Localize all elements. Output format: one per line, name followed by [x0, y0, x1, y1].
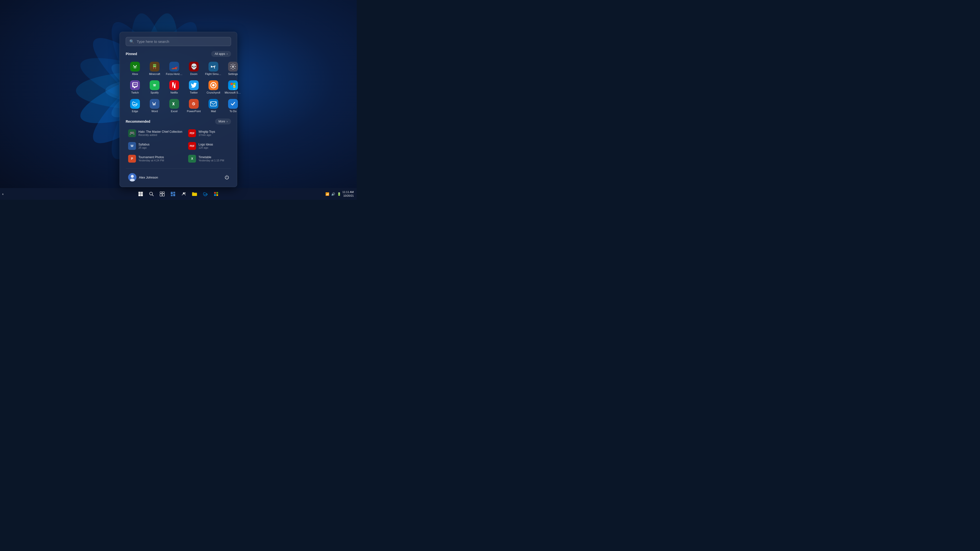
- app-icon-microsoft-store: [228, 80, 238, 90]
- app-icon-forza: 🏎️: [169, 62, 179, 71]
- pinned-app-microsoft-store[interactable]: Microsoft Store: [224, 78, 242, 96]
- recommended-section: Recommended More › 🎮 Halo: The Master Ch…: [126, 119, 231, 165]
- pinned-app-powerpoint[interactable]: PowerPoint: [185, 97, 203, 114]
- rec-info-tournament-photos: Tournament Photos Yesterday at 4:24 PM: [138, 156, 182, 162]
- app-icon-minecraft: [150, 62, 159, 71]
- all-apps-label: All apps: [215, 52, 225, 56]
- app-label-powerpoint: PowerPoint: [186, 110, 202, 113]
- search-bar[interactable]: 🔍 Type here to search: [126, 37, 231, 46]
- battery-icon[interactable]: 🔋: [337, 192, 341, 196]
- svg-rect-62: [216, 194, 218, 196]
- rec-icon-tournament-photos: P: [128, 155, 136, 163]
- svg-rect-35: [152, 101, 157, 107]
- page-dot-3: [234, 89, 234, 90]
- svg-rect-56: [173, 194, 175, 196]
- pinned-app-netflix[interactable]: Netflix: [165, 78, 183, 96]
- svg-rect-46: [141, 194, 143, 196]
- rec-item-tournament-photos[interactable]: P Tournament Photos Yesterday at 4:24 PM: [126, 153, 185, 165]
- app-label-forza: Forza Horizon 4: [166, 73, 183, 75]
- taskbar: ∧: [0, 188, 357, 200]
- app-icon-todo: [228, 99, 238, 109]
- pinned-app-minecraft[interactable]: Minecraft: [145, 60, 164, 78]
- pinned-app-twitter[interactable]: Twitter: [185, 78, 203, 96]
- svg-point-58: [185, 192, 186, 194]
- svg-point-25: [232, 66, 234, 67]
- rec-info-wingtip-toys: Wingtip Toys 17min ago: [199, 130, 229, 137]
- svg-rect-54: [173, 192, 175, 194]
- rec-item-logo-ideas[interactable]: PDF Logo Ideas 12h ago: [186, 140, 231, 152]
- app-label-excel: Excel: [166, 110, 183, 113]
- more-button[interactable]: More ›: [215, 119, 231, 124]
- avatar: [128, 173, 137, 181]
- pinned-app-edge[interactable]: Edge: [126, 97, 144, 114]
- rec-name-timetable: Timetable: [199, 156, 229, 159]
- rec-time-logo-ideas: 12h ago: [199, 146, 229, 149]
- rec-name-halo: Halo: The Master Chief Collection: [138, 130, 182, 133]
- svg-rect-27: [135, 84, 135, 85]
- pinned-app-word[interactable]: Word: [145, 97, 164, 114]
- taskbar-start-button[interactable]: [136, 189, 146, 199]
- pinned-app-settings[interactable]: Settings: [224, 60, 242, 78]
- svg-rect-31: [231, 83, 233, 85]
- pinned-app-xbox[interactable]: Xbox: [126, 60, 144, 78]
- recommended-title: Recommended: [126, 119, 150, 124]
- svg-rect-23: [154, 65, 154, 66]
- pinned-app-todo[interactable]: To Do: [224, 97, 242, 114]
- svg-rect-39: [210, 102, 216, 106]
- pinned-app-excel[interactable]: Excel: [165, 97, 183, 114]
- pinned-section-header: Pinned All apps ›: [126, 51, 231, 57]
- rec-item-halo[interactable]: 🎮 Halo: The Master Chief Collection Rece…: [126, 127, 185, 139]
- page-dot-1: [234, 85, 234, 86]
- app-label-microsoft-store: Microsoft Store: [225, 91, 241, 94]
- rec-name-logo-ideas: Logo Ideas: [199, 143, 229, 146]
- wifi-icon[interactable]: 📶: [325, 192, 329, 196]
- pinned-app-spotify[interactable]: Spotify: [145, 78, 164, 96]
- taskbar-teams-button[interactable]: [179, 189, 189, 199]
- all-apps-button[interactable]: All apps ›: [211, 51, 231, 57]
- recommended-grid: 🎮 Halo: The Master Chief Collection Rece…: [126, 127, 231, 165]
- app-label-doom: Doom: [186, 73, 202, 75]
- svg-rect-45: [138, 194, 141, 196]
- taskbar-store-button[interactable]: [211, 189, 221, 199]
- app-label-spotify: Spotify: [146, 91, 163, 94]
- user-profile[interactable]: Alex Johnson: [126, 171, 161, 183]
- taskbar-edge-button[interactable]: [200, 189, 210, 199]
- svg-rect-51: [160, 194, 162, 196]
- rec-icon-syllabus: W: [128, 142, 136, 150]
- rec-item-syllabus[interactable]: W Syllabus 2h ago: [126, 140, 185, 152]
- user-bar: Alex Johnson: [126, 168, 231, 183]
- app-label-twitter: Twitter: [186, 91, 202, 94]
- system-tray-expand[interactable]: ∧: [2, 193, 4, 195]
- taskbar-widgets-button[interactable]: [168, 189, 178, 199]
- app-icon-twitch: [130, 80, 140, 90]
- pinned-app-crunchyroll[interactable]: Crunchyroll: [204, 78, 223, 96]
- svg-rect-55: [171, 195, 173, 196]
- rec-name-syllabus: Syllabus: [138, 143, 182, 146]
- time-display: 11:11 AM: [342, 190, 354, 194]
- taskbar-explorer-button[interactable]: [189, 189, 199, 199]
- app-icon-spotify: [150, 80, 159, 90]
- pinned-apps-wrapper: Xbox Minecraft 🏎️ Forza Horizon 4 💀 Doom…: [126, 60, 231, 114]
- power-button[interactable]: [223, 173, 231, 181]
- pinned-app-forza[interactable]: 🏎️ Forza Horizon 4: [165, 60, 183, 78]
- app-label-netflix: Netflix: [166, 91, 183, 94]
- app-label-settings: Settings: [225, 73, 241, 75]
- pinned-app-mail[interactable]: Mail: [204, 97, 223, 114]
- rec-item-wingtip-toys[interactable]: PDF Wingtip Toys 17min ago: [186, 127, 231, 139]
- svg-rect-22: [155, 67, 156, 69]
- pinned-app-flight-simulator[interactable]: Flight Simulator: [204, 60, 223, 78]
- rec-item-timetable[interactable]: X Timetable Yesterday at 1:15 PM: [186, 153, 231, 165]
- rec-name-tournament-photos: Tournament Photos: [138, 156, 182, 159]
- app-icon-mail: [208, 99, 218, 109]
- taskbar-search-button[interactable]: [146, 189, 156, 199]
- volume-icon[interactable]: 🔊: [331, 192, 335, 196]
- taskbar-taskview-button[interactable]: [157, 189, 167, 199]
- svg-rect-24: [155, 65, 156, 66]
- pinned-app-twitch[interactable]: Twitch: [126, 78, 144, 96]
- app-label-edge: Edge: [127, 110, 143, 113]
- pinned-app-doom[interactable]: 💀 Doom: [185, 60, 203, 78]
- search-placeholder[interactable]: Type here to search: [137, 40, 228, 44]
- system-clock[interactable]: 11:11 AM 10/20/21: [342, 190, 354, 198]
- rec-time-wingtip-toys: 17min ago: [199, 133, 229, 137]
- app-label-xbox: Xbox: [127, 73, 143, 75]
